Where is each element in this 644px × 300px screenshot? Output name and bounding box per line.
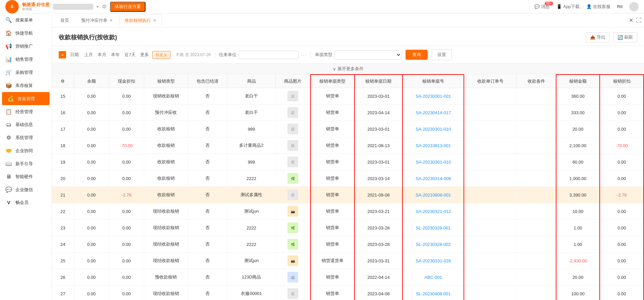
expand-more-bar[interactable]: ∨ 展开更多条件 <box>52 64 644 74</box>
sidebar-item-finance[interactable]: 💰 资金管理 <box>2 92 50 105</box>
page-title: 收款核销执行(按收款) <box>59 33 117 41</box>
bill-no-link[interactable]: SL-20230408-001 <box>416 291 451 296</box>
bill-no-link[interactable]: SL-20230328-001 <box>416 225 451 230</box>
partner-dots[interactable]: ··· <box>301 52 307 57</box>
goods-image: 🌿 <box>287 239 298 250</box>
tab-home[interactable]: 首页 <box>55 14 75 27</box>
bill-no-cell[interactable]: SA-20230321-012 <box>402 203 464 220</box>
message-btn[interactable]: 💬 消息 99+ <box>534 4 550 10</box>
sidebar-item-label: 资金管理 <box>17 96 35 102</box>
sidebar-item-purchase[interactable]: 🛒 采购管理 <box>0 66 52 79</box>
table-row: 22 0.00 0.00 现结收款核销 否 测试jun 📷 销货单 2023-0… <box>52 203 644 220</box>
col-settings[interactable]: ⚙ <box>52 75 74 88</box>
date-option-this-month[interactable]: 本月 <box>96 51 108 58</box>
bill-type-filter-group: 单据类型 <box>315 50 401 59</box>
query-btn[interactable]: 查询 <box>406 50 428 60</box>
date-option-last-month[interactable]: 上月 <box>83 51 94 58</box>
sidebar-item-system[interactable]: ⚙ 系统管理 <box>0 131 52 144</box>
tab-prepay[interactable]: 预付冲应付单 ✕ <box>75 14 118 27</box>
bill-type-filter-label: 单据类型 <box>315 52 332 58</box>
goods-image: 🖼 <box>287 140 298 151</box>
balance-cell: 0.00 <box>74 269 109 286</box>
export-btn[interactable]: 📤 导出 <box>586 32 610 42</box>
bill-no-cell[interactable]: SA-20230414-017 <box>402 104 464 121</box>
bill-no-cell[interactable]: SA-20230331-026 <box>402 253 464 269</box>
tab-receipt-verify[interactable]: 收款核销执行 ✕ <box>119 14 162 27</box>
guide-icon: 📖 <box>5 161 12 167</box>
bill-no-cell[interactable]: SL-20230328-002 <box>402 236 464 253</box>
user-name[interactable]: Rit <box>617 4 623 9</box>
sidebar-item-basic-info[interactable]: 🗂 基础信息 <box>0 118 52 131</box>
bill-no-link[interactable]: SA-20210808-001 <box>416 192 451 198</box>
bill-no-cell[interactable]: ABC-001 <box>402 269 464 286</box>
filter-settings-btn[interactable]: 设置 <box>432 49 452 60</box>
bill-no-link[interactable]: SA-20230301-001 <box>416 94 451 99</box>
receipt-condition-cell <box>517 104 556 121</box>
balance-cell: 0.00 <box>74 253 109 269</box>
sidebar-item-sales[interactable]: 📊 销售管理 <box>0 53 52 66</box>
sidebar-item-quick-nav[interactable]: 🏠 快捷导航 <box>0 27 52 40</box>
trial-btn[interactable]: 体验行业方案 <box>110 2 146 12</box>
bill-no-link[interactable]: SA-20230331-026 <box>416 258 451 263</box>
bill-no-link[interactable]: SL-20230328-002 <box>416 242 451 247</box>
sidebar-item-guide[interactable]: 📖 新手引导 <box>0 157 52 170</box>
bill-no-cell[interactable]: SA-20230301-010 <box>402 121 464 137</box>
tab-close-all-icon[interactable]: ✕ <box>629 17 633 24</box>
goods-image: 🏢 <box>287 272 298 283</box>
bill-no-link[interactable]: SA-20230314-008 <box>416 176 451 181</box>
sidebar-item-operations[interactable]: 📋 经营管理 <box>0 105 52 118</box>
verify-discount-cell: 0.00 <box>600 170 644 187</box>
verify-type-cell: 现结收款核销 <box>144 286 188 300</box>
finance-icon: 💰 <box>7 95 14 102</box>
settings-icon[interactable]: ⚙ <box>102 3 107 10</box>
refresh-btn[interactable]: 🔄 刷新 <box>613 32 637 42</box>
bill-no-link[interactable]: SA-20230301-010 <box>416 127 451 132</box>
data-table-wrapper[interactable]: ⚙ 余额 现金折扣 核销类型 包含已结清 商品 商品图片 核销单据类型 核销单据… <box>52 74 644 300</box>
bill-date-cell: 2023-03-21 <box>355 203 403 220</box>
avatar[interactable] <box>629 2 639 11</box>
bill-type-cell: 销货单 <box>311 286 355 300</box>
bill-no-cell[interactable]: SL-20230328-001 <box>402 220 464 236</box>
online-service-btn[interactable]: 👤 在线客服 <box>586 4 610 10</box>
message-icon: 💬 <box>534 4 540 9</box>
sidebar-item-wechat[interactable]: 💬 企业微信 <box>0 183 52 196</box>
receipt-order-cell <box>464 187 517 203</box>
bill-no-cell[interactable]: SA-20210808-001 <box>402 187 464 203</box>
app-download-btn[interactable]: 📱 App下载 <box>556 4 580 10</box>
tab-maximize-icon[interactable]: ⛶ <box>636 17 641 24</box>
col-goods-img: 商品图片 <box>275 75 311 88</box>
bill-no-cell[interactable]: SA-20230314-008 <box>402 170 464 187</box>
sidebar-item-inventory[interactable]: 📦 库存核算 <box>0 79 52 92</box>
sidebar-item-label: 经营管理 <box>15 109 33 115</box>
quick-nav-icon: 🏠 <box>5 30 12 36</box>
partner-input[interactable] <box>238 51 299 59</box>
dropdown-arrow-icon[interactable]: ▾ <box>97 4 99 9</box>
sidebar-item-marketing[interactable]: 📢 营销推广 <box>0 40 52 53</box>
include-settled-cell: 否 <box>188 236 227 253</box>
bill-type-select[interactable] <box>334 50 401 59</box>
goods-img-cell: 📷 <box>275 203 311 220</box>
date-custom-btn[interactable]: 自定义 <box>152 51 170 59</box>
tab-receipt-verify-close-icon[interactable]: ✕ <box>153 18 156 23</box>
bill-no-cell[interactable]: SA-20230301-010 <box>402 154 464 170</box>
sidebar-item-hardware[interactable]: 🖥 智能硬件 <box>0 170 52 183</box>
bill-no-link[interactable]: SA-20230414-017 <box>416 110 451 115</box>
bill-no-cell[interactable]: SA-20210813-001 <box>402 137 464 154</box>
date-option-more[interactable]: 更多 <box>139 51 150 58</box>
bill-no-link[interactable]: ABC-001 <box>424 275 442 280</box>
sidebar-item-member[interactable]: V 畅会员 <box>0 196 52 209</box>
sidebar-item-enterprise[interactable]: 🤝 企业协同 <box>0 144 52 157</box>
sidebar-item-search-menu[interactable]: 🔍 搜索菜单 <box>0 13 52 27</box>
bill-no-link[interactable]: SA-20210813-001 <box>416 143 451 148</box>
date-option-7days[interactable]: 近7天 <box>123 51 137 58</box>
bill-no-link[interactable]: SA-20230301-010 <box>416 160 451 165</box>
verify-discount-cell: 0.00 <box>600 121 644 137</box>
bill-no-cell[interactable]: SL-20230408-001 <box>402 286 464 300</box>
bill-no-link[interactable]: SA-20230321-012 <box>416 209 451 214</box>
tab-prepay-close-icon[interactable]: ✕ <box>109 18 113 23</box>
goods-img-cell: 🏢 <box>275 269 311 286</box>
bill-no-cell[interactable]: SA-20230301-001 <box>402 88 464 104</box>
cash-discount-cell: 0.00 <box>109 170 144 187</box>
date-option-this-year[interactable]: 本年 <box>110 51 121 58</box>
filter-expand-btn[interactable]: » <box>59 51 66 58</box>
